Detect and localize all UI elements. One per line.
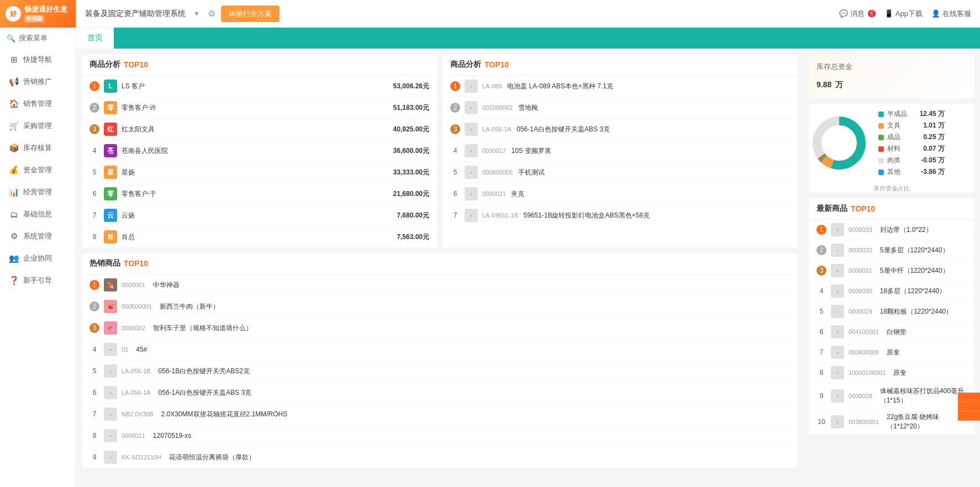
customer-name: 零售客户·于 xyxy=(122,189,389,199)
latest-products-card: 最新商品 TOP10 1 ▪ 0000033 封边带（1.0*22） 2 ▪ 0… xyxy=(809,198,974,435)
product-image: ▪ xyxy=(104,343,117,356)
list-item: 8 ▪ 10000100001 原奎 xyxy=(809,363,974,383)
legend-label: 成品 xyxy=(887,133,920,142)
float-btn-service[interactable]: 客服热线 xyxy=(958,393,980,402)
inventory-chart-label: 库存资金占比 xyxy=(809,184,974,193)
product-name: 雪地靴 xyxy=(518,104,538,112)
inventory-title: 库存总资金 xyxy=(816,62,967,72)
product-info: LA-59651-1B 59651-1B旋转投影灯电池盒ABS黑色+58克 xyxy=(482,211,790,220)
product-code: 0000029 xyxy=(849,308,872,315)
avatar: 星 xyxy=(104,166,117,179)
table-row: 2 零 零售客户·许 51,183.00元 xyxy=(82,97,437,119)
inventory-unit: 万 xyxy=(835,80,843,89)
product-code: 0000031 xyxy=(849,267,872,274)
sidebar-item-label: 企业协同 xyxy=(23,253,52,263)
product-code: 10000100001 xyxy=(849,369,886,376)
table-row: 3 ▪ LA-056-1A 056-1A白色按键开关盖ABS 3克 xyxy=(442,119,798,140)
product-image: ▪ xyxy=(465,166,478,179)
sidebar-item-label: 系统管理 xyxy=(23,231,52,241)
legend-value: -3.86 万 xyxy=(921,167,945,177)
notification-item[interactable]: 💬 消息 6 xyxy=(839,9,876,19)
product-name: 花语萌恒温分离裤袋（厚款） xyxy=(169,453,255,462)
sidebar-item-basics[interactable]: 🗂 基础信息 xyxy=(0,203,76,225)
product-info: LA-056-1A 056-1A白色按键开关盖ABS 3克 xyxy=(482,125,790,134)
sidebar-item-operations[interactable]: 📊 经营管理 xyxy=(0,181,76,203)
product-code: 000800008 xyxy=(849,349,879,356)
online-service-item[interactable]: 👤 在线客服 xyxy=(931,9,971,19)
basics-icon: 🗂 xyxy=(9,210,19,219)
chevron-down-icon[interactable]: ▼ xyxy=(193,10,200,18)
rank-number: 5 xyxy=(816,306,826,316)
rank-number: 7 xyxy=(816,347,826,357)
sidebar-item-quick-nav[interactable]: ⊞ 快捷导航 xyxy=(0,49,76,71)
legend-dot xyxy=(878,158,884,163)
float-buttons: 客服热线 服务社区 直播 xyxy=(958,393,980,421)
app-download-item[interactable]: 📱 App下载 xyxy=(884,9,923,19)
inventory-legend: 半成品 12.45 万 文具 1.01 万 成品 0.25 万 xyxy=(878,109,945,177)
list-item: 4 ▪ 0000030 18多层（1220*2440） xyxy=(809,281,974,301)
sidebar-item-marketing[interactable]: 📢 营销推广 xyxy=(0,71,76,93)
product-code: 001000002 xyxy=(482,104,513,111)
main-wrapper: 装备及固定资产辅助管理系统 ▼ ⚙ 体验行业方案 💬 消息 6 📱 App下载 … xyxy=(76,0,980,487)
top-section: 商品分析 TOP10 1 L LS 客户 53,006.26元 2 零 xyxy=(82,54,798,247)
customer-value: 53,006.26元 xyxy=(393,82,429,91)
product-name: 056-1A白色按键开关盖ABS 3克 xyxy=(159,388,252,398)
gear-icon[interactable]: ⚙ xyxy=(208,8,215,19)
top-customers-table: 1 L LS 客户 53,006.26元 2 零 零售客户·许 51,183.0… xyxy=(82,76,437,247)
product-code: LA-089 xyxy=(482,83,502,89)
product-image: 🍖 xyxy=(104,321,117,335)
rank-medal: 3 xyxy=(450,124,460,134)
sidebar: 好 畅捷通好生意 标准版 🔍 搜索菜单 ⊞ 快捷导航 📢 营销推广 🏠 销售管理… xyxy=(0,0,76,487)
sidebar-item-label: 营销推广 xyxy=(23,77,52,87)
topbar-right: 💬 消息 6 📱 App下载 👤 在线客服 xyxy=(839,9,971,19)
product-name: 056-1A白色按键开关盖ABS 3克 xyxy=(517,125,610,133)
top-products-table: 1 ▪ LA-089 电池盖 LA-089 ABS本色+黑种 7.1克 2 ▪ xyxy=(442,76,798,226)
list-item: 2 🥩 000500001 新西兰牛肉（新牛） xyxy=(82,296,798,317)
product-image: 🍖 xyxy=(104,278,117,292)
product-name: 原奎 xyxy=(893,368,907,378)
product-code: 0000032 xyxy=(849,247,872,253)
sidebar-item-purchase[interactable]: 🛒 采购管理 xyxy=(0,115,76,137)
customer-name: LS 客户 xyxy=(122,82,389,91)
rank-number: 8 xyxy=(89,431,99,441)
legend-dot xyxy=(878,112,884,117)
sidebar-item-system[interactable]: ⚙ 系统管理 xyxy=(0,225,76,247)
product-code: 0000028 xyxy=(849,393,872,399)
product-image: ▪ xyxy=(831,389,844,403)
float-btn-community[interactable]: 服务社区 xyxy=(958,402,980,411)
top-customers-card: 商品分析 TOP10 1 L LS 客户 53,006.26元 2 零 xyxy=(82,54,437,247)
product-code: KK-SD22110H xyxy=(122,454,161,460)
product-info: 0000021 夹克 xyxy=(482,189,790,199)
trial-button[interactable]: 体验行业方案 xyxy=(221,6,280,22)
avatar: 零 xyxy=(104,187,117,200)
product-image: ▪ xyxy=(104,429,117,442)
top-products-card: 商品分析 TOP10 1 ▪ LA-089 电池盖 LA-089 ABS本色+黑… xyxy=(442,54,798,247)
float-btn-live[interactable]: 直播 xyxy=(958,411,980,421)
rank-number: 10 xyxy=(816,417,826,427)
sidebar-item-label: 快捷导航 xyxy=(23,55,52,65)
search-menu[interactable]: 🔍 搜索菜单 xyxy=(0,28,76,49)
product-image: ▪ xyxy=(465,123,478,136)
customer-value: 21,680.00元 xyxy=(393,189,429,199)
rank-medal: 3 xyxy=(816,266,826,276)
rank-number: 4 xyxy=(816,286,826,296)
list-item: 9 ▪ 0000028 体械嘉枝味苏打饮品400毫升（1*15） xyxy=(809,383,974,409)
donut-area: 半成品 12.45 万 文具 1.01 万 成品 0.25 万 xyxy=(809,104,974,182)
sidebar-item-inventory[interactable]: 📦 库存核算 xyxy=(0,137,76,159)
sidebar-item-guide[interactable]: ❓ 新手引导 xyxy=(0,269,76,292)
rank-medal: 2 xyxy=(450,103,460,113)
avatar: 苍 xyxy=(104,144,117,157)
sidebar-item-sales[interactable]: 🏠 销售管理 xyxy=(0,93,76,115)
customer-name: 苍南县人民医院 xyxy=(122,146,389,156)
table-row: 3 红 红太阳文具 40,925.00元 xyxy=(82,119,437,140)
list-item: 9 ▪ KK-SD22110H 花语萌恒温分离裤袋（厚款） xyxy=(82,447,798,468)
sidebar-item-collab[interactable]: 👥 企业协同 xyxy=(0,247,76,269)
sidebar-item-finance[interactable]: 💰 资金管理 xyxy=(0,159,76,181)
product-name: 18颗粒板（1220*2440） xyxy=(880,307,952,316)
latest-products-title: 最新商品 xyxy=(816,204,847,214)
table-row: 5 星 星扬 33,333.00元 xyxy=(82,162,437,183)
customer-value: 40,925.00元 xyxy=(393,125,429,134)
tab-home[interactable]: 首页 xyxy=(76,28,114,49)
hot-products-title: 热销商品 xyxy=(89,258,120,268)
product-code: 0000021 xyxy=(482,190,506,197)
